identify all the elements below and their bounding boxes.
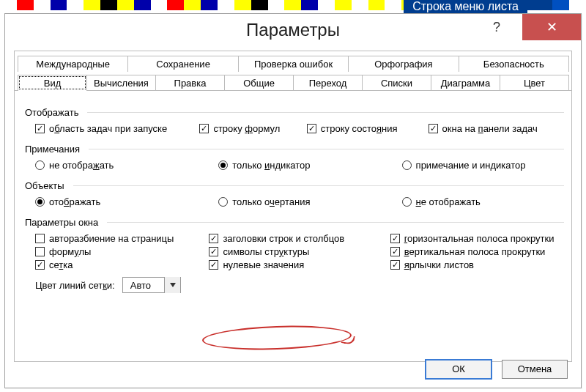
checkbox-option[interactable]: сетка: [35, 259, 209, 270]
tab-container: МеждународныеСохранениеПроверка ошибокОр…: [14, 51, 572, 362]
tab-Вид[interactable]: Вид: [18, 75, 87, 91]
window-col-2: заголовки строк и столбцовсимволы структ…: [209, 231, 390, 273]
option-label: сетка: [49, 259, 73, 270]
checkbox[interactable]: [35, 234, 45, 243]
checkbox-option[interactable]: вертикальная полоса прокрутки: [390, 246, 564, 257]
tab-row-2: ВидВычисленияПравкаОбщиеПереходСпискиДиа…: [15, 75, 571, 91]
checkbox[interactable]: [209, 234, 218, 243]
radio[interactable]: [35, 160, 45, 170]
checkbox[interactable]: [35, 124, 45, 133]
radio-option[interactable]: только очертания: [218, 196, 401, 207]
option-label: не отображать: [49, 160, 114, 171]
divider: [107, 222, 564, 223]
tab-Безопасность[interactable]: Безопасность: [459, 56, 569, 72]
radio-option[interactable]: примечание и индикатор: [402, 160, 564, 171]
option-label: горизонтальная полоса прокрутки: [404, 233, 555, 244]
titlebar: Параметры ? ✕: [5, 14, 581, 46]
window-col-1: авторазбиение на страницыформулысетка: [35, 231, 209, 273]
group-window-label: Параметры окна: [25, 217, 98, 228]
tab-Вычисления[interactable]: Вычисления: [86, 75, 156, 91]
group-notes-label: Примечания: [25, 144, 80, 155]
option-label: символы структуры: [223, 246, 309, 257]
checkbox-option[interactable]: заголовки строк и столбцов: [209, 233, 390, 244]
option-label: строку состояния: [321, 123, 398, 134]
checkbox-option[interactable]: строку формул: [199, 123, 306, 134]
checkbox-option[interactable]: нулевые значения: [209, 259, 390, 270]
checkbox-option[interactable]: строку состояния: [307, 123, 429, 134]
checkbox[interactable]: [429, 124, 438, 133]
tab-Общие[interactable]: Общие: [224, 75, 294, 91]
tab-Проверка ошибок[interactable]: Проверка ошибок: [238, 56, 349, 72]
notes-row: не отображатьтолько индикаторпримечание …: [35, 158, 564, 173]
divider: [73, 185, 564, 186]
checkbox[interactable]: [390, 234, 400, 243]
checkbox-option[interactable]: окна на панели задач: [429, 123, 564, 134]
checkbox-option[interactable]: формулы: [35, 246, 209, 257]
option-label: только очертания: [232, 196, 310, 207]
tab-Цвет[interactable]: Цвет: [500, 75, 569, 91]
option-label: вертикальная полоса прокрутки: [404, 246, 546, 257]
checkbox-option[interactable]: область задач при запуске: [35, 123, 199, 134]
tab-Сохранение[interactable]: Сохранение: [127, 56, 238, 72]
tab-Правка[interactable]: Правка: [155, 75, 225, 91]
checkbox-option[interactable]: горизонтальная полоса прокрутки: [390, 233, 564, 244]
checkbox[interactable]: [199, 124, 209, 133]
dialog-footer: ОК Отмена: [426, 360, 568, 379]
option-label: авторазбиение на страницы: [49, 233, 174, 244]
gridcolor-row: Цвет линий сетки: Авто: [35, 277, 564, 293]
radio[interactable]: [218, 160, 228, 170]
close-button[interactable]: ✕: [522, 14, 581, 40]
checkbox[interactable]: [307, 124, 316, 133]
group-objects-label: Объекты: [25, 180, 64, 191]
gridcolor-value: Авто: [123, 280, 164, 291]
gridcolor-label: Цвет линий сетки:: [35, 280, 115, 291]
option-label: отображать: [49, 196, 100, 207]
option-label: примечание и индикатор: [416, 160, 526, 171]
option-label: не отображать: [416, 196, 481, 207]
ok-button[interactable]: ОК: [426, 360, 492, 379]
tab-content-view: Отображать область задач при запускестро…: [15, 90, 571, 361]
help-button[interactable]: ?: [478, 14, 515, 40]
radio[interactable]: [402, 197, 412, 207]
checkbox-option[interactable]: ярлычки листов: [390, 259, 564, 270]
tab-Международные[interactable]: Международные: [18, 56, 128, 72]
banner-text: Строка меню листа: [404, 0, 527, 15]
radio-option[interactable]: только индикатор: [218, 160, 401, 171]
tab-Переход[interactable]: Переход: [293, 75, 363, 91]
checkbox[interactable]: [390, 247, 400, 256]
group-display-label: Отображать: [25, 107, 78, 118]
radio-option[interactable]: отображать: [35, 196, 218, 207]
chevron-down-icon[interactable]: [164, 277, 180, 293]
option-label: строку формул: [213, 123, 280, 134]
tab-row-1: МеждународныеСохранениеПроверка ошибокОр…: [15, 56, 571, 72]
annotation-circle: [202, 323, 352, 352]
radio-option[interactable]: не отображать: [35, 160, 218, 171]
divider: [89, 149, 564, 149]
tab-Списки[interactable]: Списки: [362, 75, 431, 91]
radio[interactable]: [218, 197, 228, 207]
checkbox[interactable]: [35, 247, 45, 256]
option-label: нулевые значения: [223, 259, 304, 270]
checkbox-option[interactable]: авторазбиение на страницы: [35, 233, 209, 244]
checkbox[interactable]: [390, 260, 400, 270]
checkbox[interactable]: [209, 260, 218, 270]
option-label: ярлычки листов: [404, 259, 474, 270]
display-row: область задач при запускестроку формулст…: [35, 121, 564, 136]
option-label: формулы: [49, 246, 91, 257]
radio[interactable]: [402, 160, 412, 170]
checkbox[interactable]: [209, 247, 218, 256]
tab-Диаграмма[interactable]: Диаграмма: [431, 75, 500, 91]
cancel-button[interactable]: Отмена: [502, 360, 568, 379]
option-label: область задач при запуске: [49, 123, 167, 134]
tab-Орфография[interactable]: Орфография: [348, 56, 459, 72]
option-label: только индикатор: [232, 160, 310, 171]
radio[interactable]: [35, 197, 45, 207]
window-col-3: горизонтальная полоса прокруткивертикаль…: [390, 231, 564, 273]
checkbox-option[interactable]: символы структуры: [209, 246, 390, 257]
gridcolor-select[interactable]: Авто: [122, 277, 181, 293]
checkbox[interactable]: [35, 260, 45, 270]
option-label: заголовки строк и столбцов: [223, 233, 344, 244]
radio-option[interactable]: не отображать: [402, 196, 564, 207]
dialog-window: Параметры ? ✕ МеждународныеСохранениеПро…: [4, 13, 582, 388]
objects-row: отображатьтолько очертанияне отображать: [35, 194, 564, 210]
